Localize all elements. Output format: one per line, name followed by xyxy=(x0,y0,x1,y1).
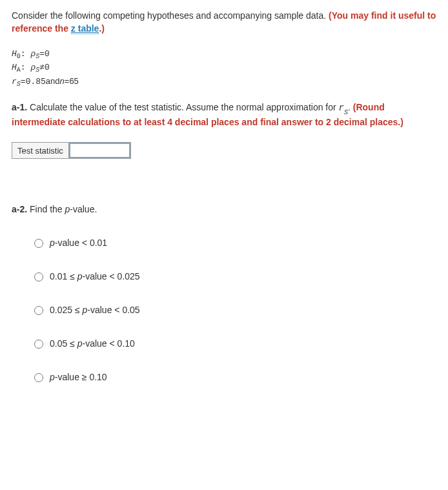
intro-plain: Consider the following competing hypothe… xyxy=(12,10,329,21)
option-3[interactable]: 0.025 ≤ p-value < 0.05 xyxy=(31,304,436,315)
option-2-radio[interactable] xyxy=(34,272,43,281)
test-statistic-input-cell xyxy=(68,143,130,159)
option-2-label: 0.01 ≤ p-value < 0.025 xyxy=(50,271,140,281)
option-4-radio[interactable] xyxy=(34,340,43,349)
test-statistic-input[interactable] xyxy=(69,143,130,158)
h0-row: H0: ρS = 0 xyxy=(12,48,436,61)
question-a2-section: a-2. Find the p-value. p-value < 0.01 0.… xyxy=(12,204,436,382)
z-table-link[interactable]: z table xyxy=(71,23,99,34)
option-5-label: p-value ≥ 0.10 xyxy=(50,372,107,382)
question-a1: a-1. Calculate the value of the test sta… xyxy=(12,101,436,130)
test-statistic-table: Test statistic xyxy=(12,142,131,159)
ha-row: HA: ρS ≠ 0 xyxy=(12,61,436,75)
option-4-label: 0.05 ≤ p-value < 0.10 xyxy=(50,338,135,349)
rs-row: rS = 0.85 and n = 65 xyxy=(12,75,436,89)
hypotheses-block: H0: ρS = 0 HA: ρS ≠ 0 rS = 0.85 and n = … xyxy=(12,48,436,88)
option-3-label: 0.025 ≤ p-value < 0.05 xyxy=(50,305,140,315)
a2-label: a-2. xyxy=(12,204,27,214)
a1-label: a-1. xyxy=(12,102,27,112)
test-statistic-label: Test statistic xyxy=(12,143,69,159)
option-5[interactable]: p-value ≥ 0.10 xyxy=(31,371,436,382)
option-5-radio[interactable] xyxy=(34,373,43,382)
option-1-label: p-value < 0.01 xyxy=(50,238,107,248)
option-1[interactable]: p-value < 0.01 xyxy=(31,237,436,248)
intro-text: Consider the following competing hypothe… xyxy=(12,10,436,35)
option-3-radio[interactable] xyxy=(34,306,43,315)
options-list: p-value < 0.01 0.01 ≤ p-value < 0.025 0.… xyxy=(12,237,436,382)
question-a2: a-2. Find the p-value. xyxy=(12,204,436,214)
option-4[interactable]: 0.05 ≤ p-value < 0.10 xyxy=(31,338,436,349)
option-2[interactable]: 0.01 ≤ p-value < 0.025 xyxy=(31,271,436,281)
option-1-radio[interactable] xyxy=(34,239,43,248)
